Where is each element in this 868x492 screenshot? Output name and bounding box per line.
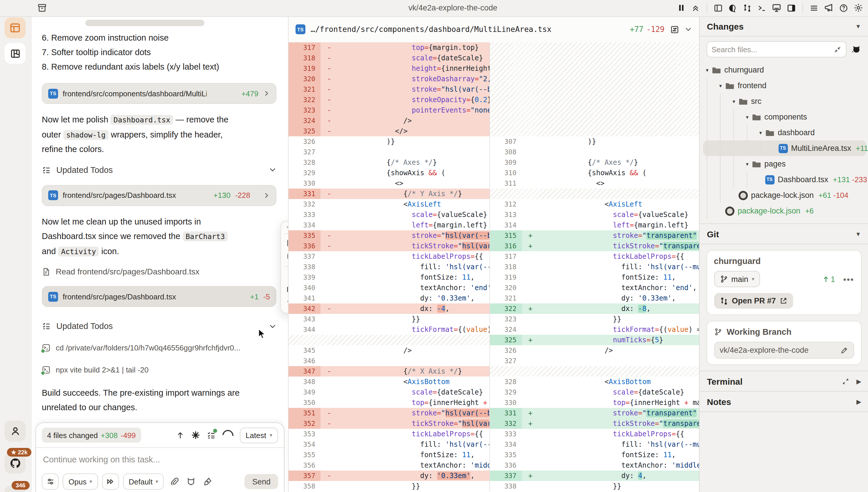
git-compare-icon[interactable]: [286, 299, 288, 309]
files-changed-pill[interactable]: 4 files changed +308 -499: [42, 427, 141, 443]
fast-forward-button[interactable]: [102, 473, 119, 490]
archive-icon[interactable]: [37, 3, 47, 13]
diff-old-line: 327: [288, 147, 490, 157]
chat-bubble-icon[interactable]: [728, 3, 737, 13]
diff-row: 326 )}307 )}: [288, 136, 699, 147]
terminal-icon[interactable]: [757, 3, 767, 13]
rail-account-button[interactable]: [5, 421, 26, 442]
tree-item-frontend[interactable]: ▾frontend: [703, 78, 866, 93]
diff-old-line: 318- scale={dateScale}: [288, 53, 490, 63]
chat-input[interactable]: Continue working on this task...: [36, 448, 284, 471]
notes-section-header[interactable]: Notes ▶: [699, 392, 868, 412]
megaphone-icon[interactable]: [824, 3, 834, 13]
diff-old-line: 324- />: [288, 116, 490, 126]
split-diff-icon[interactable]: [670, 25, 679, 34]
base-branch-dropdown[interactable]: main ▾: [714, 271, 760, 287]
file-chip-dashboard-1[interactable]: TS frontend/src/pages/Dashboard.tsx +130…: [42, 185, 276, 206]
read-file-row[interactable]: Read frontend/src/pages/Dashboard.tsx: [42, 266, 276, 277]
chevron-down-icon[interactable]: [269, 322, 276, 330]
copy-icon[interactable]: [286, 252, 288, 262]
gear-icon[interactable]: [853, 3, 863, 13]
repo-more-button[interactable]: •••: [843, 274, 854, 284]
expand-icon[interactable]: [842, 377, 850, 385]
help-icon[interactable]: [839, 3, 848, 13]
git-compare-icon[interactable]: [743, 3, 752, 13]
diff-row: 355 fontSize: 11,335 fontSize: 11,: [288, 450, 699, 460]
cat-mascot-icon[interactable]: [851, 44, 862, 54]
diff-new-line: [490, 95, 699, 105]
mode-dropdown[interactable]: Default▾: [123, 473, 164, 490]
diff-old-line: 325- </>: [288, 126, 490, 136]
caret-down-icon[interactable]: ▾: [756, 130, 765, 136]
rail-layout-button[interactable]: [5, 18, 26, 38]
search-files-input[interactable]: Search files...: [706, 41, 846, 57]
caret-down-icon[interactable]: ▾: [716, 83, 725, 89]
diff-old-line: 356 textAnchor: 'middle',: [288, 460, 490, 470]
tree-item-dashboard-tsx[interactable]: TSDashboard.tsx+131 -233: [703, 172, 866, 188]
chat-scroll-area[interactable]: 6. Remove zoom instruction noise7. Softe…: [32, 16, 288, 492]
tree-item-src[interactable]: ▾src: [703, 93, 866, 109]
terminal-command-row-1[interactable]: cd /private/var/folders/10/h7w0q46556ggr…: [42, 342, 276, 353]
chevrons-up-icon[interactable]: [691, 3, 700, 13]
panel-left-icon[interactable]: [713, 3, 723, 13]
updated-todos-row-2[interactable]: Updated Todos: [42, 320, 276, 333]
file-chip-multilinearea[interactable]: TS frontend/src/components/dashboard/Mul…: [42, 83, 276, 104]
diff-body[interactable]: 317- top={margin.top}318- scale={dateSca…: [288, 42, 699, 492]
diff-new-line: 338 }}: [490, 481, 699, 491]
pause-icon[interactable]: [677, 3, 686, 12]
caret-down-icon[interactable]: ▾: [743, 114, 752, 120]
working-branch-field[interactable]: vk/4e2a-explore-the-code: [714, 342, 854, 359]
cat-icon[interactable]: [187, 477, 196, 486]
todos-status-icon[interactable]: [207, 430, 216, 440]
more-dots-icon[interactable]: [286, 226, 288, 228]
git-section-header[interactable]: Git ▼: [699, 223, 868, 244]
latest-dropdown[interactable]: Latest ▾: [240, 427, 278, 443]
tree-item-dashboard[interactable]: ▾dashboard: [703, 125, 866, 141]
diff-view-icon[interactable]: [286, 239, 288, 248]
monitor-icon[interactable]: [286, 286, 288, 295]
tree-item-pages[interactable]: ▾pages: [703, 156, 866, 172]
diff-row: 357- dy: '0.33em',337+ dy: 4,: [288, 470, 699, 481]
tree-guide: [720, 141, 729, 156]
file-chip-dashboard-2[interactable]: TS frontend/src/pages/Dashboard.tsx +1 -…: [42, 286, 276, 307]
repo-name: churnguard: [714, 256, 854, 266]
monitor-icon[interactable]: [772, 3, 781, 13]
menu-icon[interactable]: [810, 3, 819, 13]
changes-section-header[interactable]: Changes ▼: [699, 16, 868, 36]
tree-guide: [706, 78, 716, 93]
folder-icon: [752, 159, 761, 169]
spark-icon[interactable]: [191, 430, 200, 440]
terminal-command-row-2[interactable]: npx vite build 2>&1 | tail -20: [42, 364, 276, 375]
diff-old-line: 348 <AxisBottom: [288, 376, 490, 387]
panel-right-icon[interactable]: [787, 3, 796, 13]
todo-active-dot: [213, 429, 217, 433]
play-icon[interactable]: [286, 272, 288, 281]
tree-guide: [733, 156, 743, 172]
pen-icon[interactable]: [204, 477, 213, 486]
caret-down-icon[interactable]: ▾: [703, 67, 711, 73]
tree-item-churnguard[interactable]: ▾churnguard: [703, 62, 866, 78]
rail-board-button[interactable]: [5, 43, 26, 64]
tree-item-components[interactable]: ▾components: [703, 109, 866, 125]
send-button[interactable]: Send: [245, 474, 278, 489]
attach-icon[interactable]: [170, 477, 179, 486]
tree-item-package-lock-json[interactable]: package-lock.json+6: [703, 203, 866, 219]
triangle-right-icon: ▶: [857, 398, 861, 405]
collapse-file-chevron-icon[interactable]: [684, 26, 692, 33]
scroll-up-icon[interactable]: [176, 431, 185, 440]
updated-todos-row-1[interactable]: Updated Todos: [42, 163, 276, 176]
tree-item-package-lock-json[interactable]: package-lock.json+61 -104: [703, 188, 866, 203]
caret-down-icon[interactable]: ▾: [729, 98, 738, 104]
collapse-tree-icon[interactable]: [834, 46, 841, 53]
npm-file-icon: [738, 191, 748, 200]
open-pr-button[interactable]: Open PR #7: [714, 293, 793, 309]
settings-sliders-button[interactable]: [42, 473, 58, 490]
model-dropdown[interactable]: Opus▾: [63, 473, 98, 490]
diff-old-line: 351- stroke="hsl(var(--border))": [288, 408, 490, 418]
chevron-down-icon[interactable]: [269, 166, 276, 173]
diff-old-line: 353 tickLabelProps={{: [288, 429, 490, 439]
caret-down-icon[interactable]: ▾: [743, 161, 752, 167]
terminal-section-header[interactable]: Terminal ▶: [699, 371, 868, 392]
tree-item-multilinearea-tsx[interactable]: TSMultiLineArea.tsx+110 -162: [703, 141, 866, 156]
edit-pencil-icon[interactable]: [840, 346, 848, 354]
